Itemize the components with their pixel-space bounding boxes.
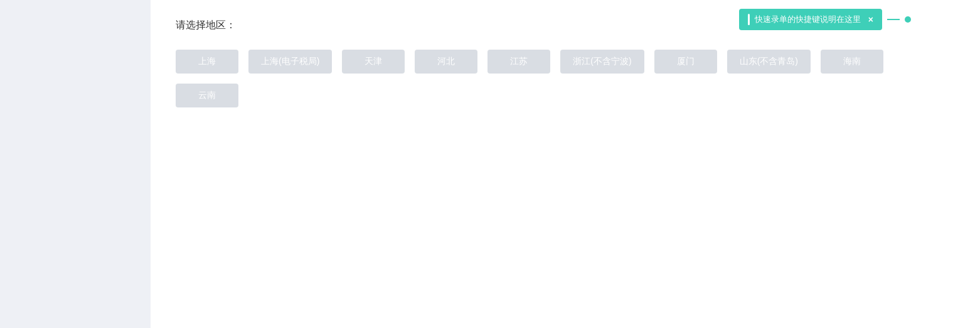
tooltip-bar [748,14,750,25]
region-button-8[interactable]: 海南 [821,50,883,74]
region-button-0[interactable]: 上海 [176,50,238,74]
region-button-1[interactable]: 上海(电子税局) [248,50,332,74]
tooltip-box: 快速录单的快捷键说明在这里 × [739,9,882,30]
region-buttons: 上海上海(电子税局)天津河北江苏浙江(不含宁波)厦门山东(不含青岛)海南云南 [176,50,955,107]
region-button-7[interactable]: 山东(不含青岛) [727,50,811,74]
tooltip-close-button[interactable]: × [868,14,873,25]
tooltip-container: 快速录单的快捷键说明在这里 × [739,9,911,30]
tooltip-line [887,19,900,20]
region-button-5[interactable]: 浙江(不含宁波) [560,50,644,74]
region-button-3[interactable]: 河北 [415,50,477,74]
sidebar [0,0,151,328]
tooltip-text: 快速录单的快捷键说明在这里 [755,14,861,25]
region-button-9[interactable]: 云南 [176,84,238,107]
main-content: 请选择地区： 上海上海(电子税局)天津河北江苏浙江(不含宁波)厦门山东(不含青岛… [151,0,980,328]
region-button-6[interactable]: 厦门 [654,50,717,74]
region-button-2[interactable]: 天津 [342,50,405,74]
tooltip-dot [905,16,911,23]
region-button-4[interactable]: 江苏 [487,50,550,74]
